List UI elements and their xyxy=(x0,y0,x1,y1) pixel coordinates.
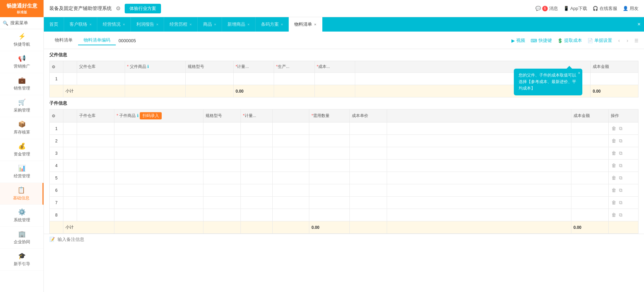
child-row-2-copy-btn[interactable]: ⧉ xyxy=(618,137,623,144)
child-row-1-warehouse[interactable] xyxy=(77,122,114,135)
child-row-7-copy-btn[interactable]: ⧉ xyxy=(618,199,623,206)
tab-customer-close[interactable]: × xyxy=(89,22,91,26)
trial-button[interactable]: 体验行业方案 xyxy=(125,4,161,13)
tab-new-goods-close[interactable]: × xyxy=(247,22,249,26)
tab-barcode-close[interactable]: × xyxy=(281,22,283,26)
child-row-7-spec[interactable] xyxy=(203,197,240,209)
layout-icon[interactable]: ☰ xyxy=(634,38,639,43)
online-service-item[interactable]: 🎧 在线客服 xyxy=(593,5,617,12)
child-row-4-measure[interactable] xyxy=(241,160,273,172)
tab-history-close[interactable]: × xyxy=(189,22,191,26)
single-settings-btn[interactable]: 📄 单据设置 xyxy=(587,37,612,44)
child-row-1-delete-btn[interactable]: 🗑 xyxy=(611,125,617,132)
child-row-7-cost-price[interactable] xyxy=(349,197,387,209)
tab-customer[interactable]: 客户联络 × xyxy=(64,17,97,32)
child-row-5-spec[interactable] xyxy=(203,172,240,184)
parent-col-settings[interactable]: ⚙ xyxy=(50,61,63,73)
nav-next[interactable]: › xyxy=(626,38,629,43)
tab-profit-close[interactable]: × xyxy=(156,22,158,26)
child-row-5-warehouse[interactable] xyxy=(77,172,114,184)
parent-row-1-spec[interactable] xyxy=(185,73,233,85)
child-row-6-copy-btn[interactable]: ⧉ xyxy=(618,187,623,194)
nav-prev[interactable]: ‹ xyxy=(618,38,621,43)
child-row-7-goods[interactable] xyxy=(114,197,203,209)
child-row-2-spec[interactable] xyxy=(203,135,240,147)
tab-barcode[interactable]: 条码方案 × xyxy=(256,17,289,32)
tab-operations-close[interactable]: × xyxy=(123,22,125,26)
tab-history[interactable]: 经营历程 × xyxy=(164,17,197,32)
child-row-5-cost-price[interactable] xyxy=(349,172,387,184)
child-row-7-delete-btn[interactable]: 🗑 xyxy=(611,199,617,206)
parent-row-1-production[interactable] xyxy=(274,73,314,85)
sidebar-item-finance[interactable]: 💰 资金管理 xyxy=(0,139,44,161)
child-col-settings[interactable]: ⚙ xyxy=(50,109,63,122)
sidebar-item-search[interactable]: 🔍 搜索菜单 xyxy=(0,17,44,29)
child-row-2-measure[interactable] xyxy=(241,135,273,147)
sidebar-item-enterprise[interactable]: 🏢 企业协同 xyxy=(0,227,44,249)
sidebar-item-purchase[interactable]: 🛒 采购管理 xyxy=(0,95,44,117)
child-row-8-goods[interactable] xyxy=(114,209,203,221)
child-row-4-required-qty[interactable] xyxy=(309,160,350,172)
sidebar-item-marketing[interactable]: 📢 营销推广 xyxy=(0,51,44,73)
child-row-5-copy-btn[interactable]: ⧉ xyxy=(618,174,623,182)
child-row-3-goods[interactable] xyxy=(114,147,203,160)
tab-home[interactable]: 首页 xyxy=(44,17,64,32)
child-row-8-cost-price[interactable] xyxy=(349,209,387,221)
sidebar-item-guide[interactable]: 🎓 新手引导 xyxy=(0,249,44,271)
child-row-5-required-qty[interactable] xyxy=(309,172,350,184)
sidebar-item-inventory[interactable]: 📦 库存核算 xyxy=(0,117,44,139)
child-row-3-required-qty[interactable] xyxy=(309,147,350,160)
child-row-1-copy-btn[interactable]: ⧉ xyxy=(618,125,623,132)
child-row-5-measure[interactable] xyxy=(241,172,273,184)
scan-input-btn[interactable]: 扫码录入 xyxy=(140,112,162,119)
tab-new-goods[interactable]: 新增商品 × xyxy=(222,17,255,32)
child-row-3-delete-btn[interactable]: 🗑 xyxy=(611,150,617,156)
child-row-4-copy-btn[interactable]: ⧉ xyxy=(618,162,623,169)
parent-row-1-warehouse[interactable] xyxy=(77,73,125,85)
child-row-6-spec[interactable] xyxy=(203,184,240,197)
child-row-6-delete-btn[interactable]: 🗑 xyxy=(611,187,617,194)
app-download-item[interactable]: 📱 App下载 xyxy=(564,5,587,12)
sub-tab-bom-code[interactable]: 物料清单编码 xyxy=(78,36,116,45)
child-row-1-cost-price[interactable] xyxy=(349,122,387,135)
close-all-tabs[interactable]: × xyxy=(634,21,644,27)
child-row-6-measure[interactable] xyxy=(241,184,273,197)
settings-icon[interactable]: ⚙ xyxy=(116,5,121,12)
video-btn[interactable]: ▶ 视频 xyxy=(511,37,525,44)
child-row-5-delete-btn[interactable]: 🗑 xyxy=(611,174,617,181)
child-row-8-measure[interactable] xyxy=(241,209,273,221)
sidebar-item-quick-nav[interactable]: ⚡ 快捷导航 xyxy=(0,29,44,51)
child-row-4-cost-price[interactable] xyxy=(349,160,387,172)
tab-goods-close[interactable]: × xyxy=(214,22,216,26)
child-row-1-required-qty[interactable] xyxy=(309,122,350,135)
tab-goods[interactable]: 商品 × xyxy=(198,17,222,32)
child-row-6-warehouse[interactable] xyxy=(77,184,114,197)
child-row-8-copy-btn[interactable]: ⧉ xyxy=(618,211,623,219)
parent-goods-info-icon[interactable]: ℹ xyxy=(147,64,149,69)
child-row-7-warehouse[interactable] xyxy=(77,197,114,209)
note-input[interactable] xyxy=(58,237,639,242)
child-row-5-goods[interactable] xyxy=(114,172,203,184)
child-row-6-goods[interactable] xyxy=(114,184,203,197)
child-row-8-spec[interactable] xyxy=(203,209,240,221)
child-row-4-goods[interactable] xyxy=(114,160,203,172)
sidebar-item-sys-mgmt[interactable]: ⚙️ 系统管理 xyxy=(0,205,44,227)
tooltip-close-btn[interactable]: × xyxy=(578,70,580,77)
sub-tab-bom-list[interactable]: 物料清单 xyxy=(49,36,78,45)
child-row-3-copy-btn[interactable]: ⧉ xyxy=(618,150,623,157)
child-row-8-warehouse[interactable] xyxy=(77,209,114,221)
sidebar-item-basic-info[interactable]: 📋 基础信息 xyxy=(0,183,44,205)
child-row-8-delete-btn[interactable]: 🗑 xyxy=(611,211,617,218)
message-item[interactable]: 💬 6 消息 xyxy=(535,5,558,12)
sidebar-item-sales[interactable]: 💼 销售管理 xyxy=(0,73,44,95)
child-row-4-spec[interactable] xyxy=(203,160,240,172)
child-row-6-cost-price[interactable] xyxy=(349,184,387,197)
child-goods-info-icon[interactable]: ℹ xyxy=(137,113,139,118)
child-row-2-delete-btn[interactable]: 🗑 xyxy=(611,137,617,144)
child-row-1-goods[interactable] xyxy=(114,122,203,135)
child-row-4-warehouse[interactable] xyxy=(77,160,114,172)
parent-row-1-measure[interactable] xyxy=(233,73,274,85)
tab-bom[interactable]: 物料清单 × xyxy=(289,17,322,32)
child-row-3-measure[interactable] xyxy=(241,147,273,160)
sidebar-item-operations[interactable]: 📊 经营管理 xyxy=(0,161,44,183)
